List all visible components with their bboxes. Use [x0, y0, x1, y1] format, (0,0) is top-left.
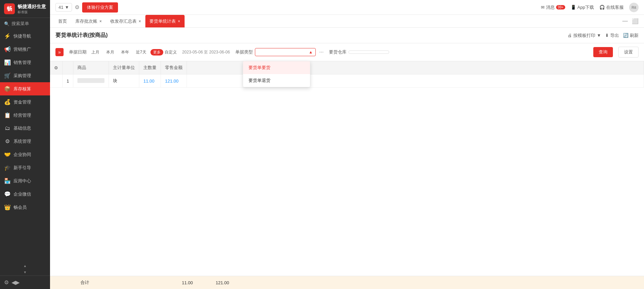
- date-filter-group: 单据日期 上月 本月 本年 近7天 更多 自定义: [69, 49, 177, 56]
- sidebar: 畅 畅捷通好生意 标准版 🔍 搜索菜单 ⚡ 快捷导航 📢 营销推广 📊 销售管理…: [0, 0, 50, 289]
- settings-bottom-icon[interactable]: ⚙: [4, 279, 9, 286]
- tab-batch-account-close[interactable]: ×: [99, 19, 102, 24]
- warehouse-select[interactable]: [349, 50, 389, 54]
- sidebar-item-basic[interactable]: 🗂 基础信息: [0, 122, 50, 135]
- sidebar-item-system[interactable]: ⚙ 系统管理: [0, 135, 50, 148]
- store-selector-arrow: ▼: [65, 5, 69, 10]
- custom-date-btn[interactable]: 自定义: [165, 49, 177, 55]
- app-download-item[interactable]: 📱 App下载: [571, 4, 594, 10]
- basic-icon: 🗂: [4, 125, 11, 131]
- inventory-icon: 📦: [4, 86, 11, 92]
- warehouse-label: 要货仓库: [329, 49, 347, 55]
- online-service-label: 在线客服: [606, 4, 624, 10]
- user-avatar[interactable]: Rit: [629, 3, 639, 12]
- header-settings-icon[interactable]: ⚙: [75, 4, 79, 10]
- logo-sub-text: 标准版: [18, 10, 46, 14]
- messages-label: 消息: [546, 4, 555, 10]
- sidebar-scroll-up[interactable]: ▲: [0, 263, 50, 269]
- filter-expand-btn[interactable]: »: [55, 48, 64, 56]
- type-select[interactable]: ▲: [255, 48, 316, 56]
- type-select-arrow: ▲: [309, 50, 313, 54]
- this-year-btn[interactable]: 本年: [118, 49, 132, 56]
- cell-amount: 121.00: [161, 74, 187, 88]
- more-dates-btn[interactable]: 更多: [150, 49, 163, 55]
- top-header: 41 ▼ ⚙ 体验行业方案 ✉ 消息 99+ 📱 App下载 🎧 在线客服 Ri…: [50, 0, 644, 15]
- query-button[interactable]: 查询: [593, 47, 613, 57]
- marketing-icon: 📢: [4, 46, 11, 52]
- sidebar-item-marketing[interactable]: 📢 营销推广: [0, 43, 50, 56]
- logo-main-text: 畅捷通好生意: [18, 3, 46, 9]
- tab-batch-account[interactable]: 库存批次账 ×: [71, 15, 106, 27]
- sidebar-item-operation[interactable]: 📋 经营管理: [0, 109, 50, 122]
- nav-item-label: 快捷导航: [14, 33, 31, 39]
- type-filter-more[interactable]: ···: [319, 49, 324, 55]
- sidebar-item-finance[interactable]: 💰 资金管理: [0, 95, 50, 109]
- tab-order-summary[interactable]: 要货单统计表 ×: [145, 15, 185, 27]
- cell-settings: [50, 74, 63, 88]
- th-seq: [63, 61, 73, 74]
- th-unit: 主计量单位: [109, 61, 139, 74]
- sidebar-item-wechat[interactable]: 💬 企业微信: [0, 187, 50, 201]
- online-service-item[interactable]: 🎧 在线客服: [599, 4, 624, 10]
- expand-tab-btn[interactable]: ⬜: [630, 17, 640, 26]
- tab-receive-summary-close[interactable]: ×: [139, 19, 141, 24]
- minimize-tab-btn[interactable]: —: [621, 17, 629, 26]
- page-title: 要货单统计表(按商品): [55, 32, 108, 39]
- nav-item-label: 新手引导: [14, 165, 31, 171]
- settings-button[interactable]: 设置: [618, 47, 639, 58]
- summary-qty: 11.00: [182, 280, 216, 286]
- sidebar-bottom: ⚙ ◀▶: [0, 275, 50, 289]
- summary-empty-unit: [141, 280, 182, 286]
- sidebar-item-member[interactable]: 👑 畅会员: [0, 201, 50, 214]
- nav-item-label: 经营管理: [14, 112, 31, 118]
- sidebar-item-sales[interactable]: 📊 销售管理: [0, 56, 50, 69]
- sidebar-item-coop[interactable]: 🤝 企业协同: [0, 148, 50, 161]
- th-settings[interactable]: ⚙: [50, 61, 63, 74]
- tabs-right-actions: — ⬜: [621, 17, 640, 26]
- nav-item-label: 应用中心: [14, 178, 31, 184]
- warehouse-filter-group: 要货仓库: [329, 49, 389, 55]
- table-header-row: ⚙ 商品 主计量单位 主数量 零售金额: [50, 61, 644, 74]
- tab-receive-summary[interactable]: 收发存汇总表 ×: [106, 15, 145, 27]
- sidebar-scroll-down[interactable]: ▼: [0, 269, 50, 275]
- sidebar-item-quick-nav[interactable]: ⚡ 快捷导航: [0, 29, 50, 43]
- tab-order-summary-close[interactable]: ×: [178, 19, 180, 24]
- refresh-btn[interactable]: 🔄 刷新: [623, 32, 639, 39]
- last-month-btn[interactable]: 上月: [89, 49, 102, 56]
- nav-item-label: 系统管理: [14, 138, 31, 144]
- dropdown-item-requisition[interactable]: 要货单要货: [243, 61, 310, 74]
- this-month-btn[interactable]: 本月: [103, 49, 117, 56]
- export-icon: ⬇: [605, 33, 609, 38]
- header-right: ✉ 消息 99+ 📱 App下载 🎧 在线客服 Rit: [541, 3, 639, 12]
- trial-button[interactable]: 体验行业方案: [82, 2, 118, 13]
- logo-icon: 畅: [4, 3, 15, 14]
- last-7-days-btn[interactable]: 近7天: [133, 49, 149, 56]
- nav-item-label: 企业微信: [14, 191, 31, 197]
- nav-item-label: 库存核算: [14, 86, 31, 92]
- summary-label: 合计: [80, 280, 141, 286]
- nav-item-label: 营销推广: [14, 46, 31, 52]
- sidebar-item-purchase[interactable]: 🛒 采购管理: [0, 69, 50, 82]
- print-arrow-icon: ▼: [597, 33, 601, 38]
- sidebar-item-inventory[interactable]: 📦 库存核算: [0, 82, 50, 95]
- messages-item[interactable]: ✉ 消息 99+: [541, 4, 565, 10]
- sales-icon: 📊: [4, 59, 11, 66]
- appstore-icon: 🏪: [4, 178, 11, 184]
- tab-home[interactable]: 首页: [54, 15, 71, 27]
- dropdown-item-return[interactable]: 要货单退货: [243, 74, 310, 87]
- collapse-icon[interactable]: ◀▶: [11, 279, 20, 286]
- main-area: 41 ▼ ⚙ 体验行业方案 ✉ 消息 99+ 📱 App下载 🎧 在线客服 Ri…: [50, 0, 644, 289]
- sidebar-nav: ⚡ 快捷导航 📢 营销推广 📊 销售管理 🛒 采购管理 📦 库存核算 💰 资金管…: [0, 29, 50, 263]
- nav-item-label: 企业协同: [14, 152, 31, 158]
- coop-icon: 🤝: [4, 151, 11, 158]
- store-selector[interactable]: 41 ▼: [55, 3, 72, 12]
- sidebar-search[interactable]: 🔍 搜索菜单: [0, 18, 50, 29]
- print-template-btn[interactable]: 🖨 按模板打印 ▼: [568, 32, 601, 39]
- cell-product: [73, 74, 109, 88]
- operation-icon: 📋: [4, 112, 11, 118]
- sidebar-item-appstore[interactable]: 🏪 应用中心: [0, 174, 50, 187]
- tab-receive-summary-label: 收发存汇总表: [110, 18, 137, 24]
- export-btn[interactable]: ⬇ 导出: [605, 32, 619, 39]
- sidebar-item-guide[interactable]: 🎓 新手引导: [0, 161, 50, 174]
- refresh-icon: 🔄: [623, 33, 628, 38]
